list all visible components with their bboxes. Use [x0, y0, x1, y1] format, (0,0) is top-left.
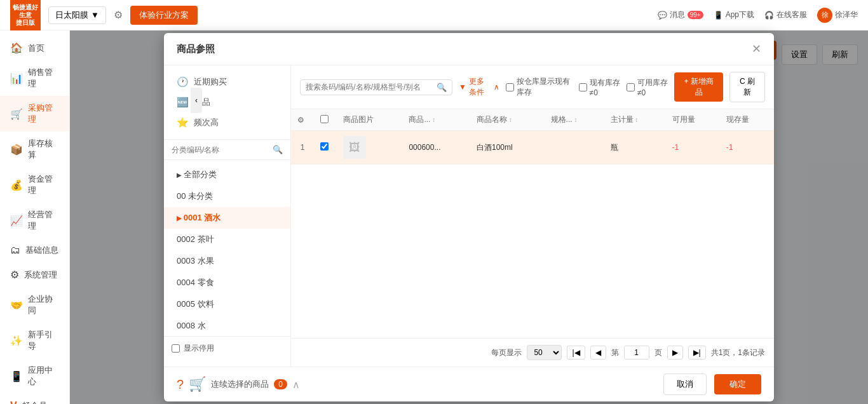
product-table-wrap: ⚙ 商品图片 商品... 商品名称 规格... 主计量 可用量 现存量 [291, 109, 774, 338]
finance-icon: 💰 [10, 179, 23, 191]
recent-icon: 🕐 [177, 76, 189, 88]
checkbox-available[interactable] [627, 83, 635, 91]
app-icon: 📱 [714, 11, 723, 20]
category-item-water[interactable]: 0008 水 [164, 315, 290, 336]
category-item-alcohol[interactable]: 0001 酒水 [164, 207, 290, 229]
home-icon: 🏠 [10, 42, 23, 54]
th-code[interactable]: 商品... [402, 109, 470, 131]
enterprise-icon: 🤝 [10, 299, 23, 311]
product-search-wrap: 🔍 [300, 79, 452, 95]
pagination-total: 共1页，1条记录 [711, 347, 765, 358]
collapse-left-icon: ‹ [195, 96, 198, 105]
sidebar-item-home[interactable]: 🏠 首页 [0, 36, 69, 60]
checkbox-warehouse-label[interactable]: 按仓库显示现有库存 [506, 76, 572, 98]
footer-collapse-button[interactable]: ∧ [292, 379, 300, 391]
shortcut-frequent[interactable]: ⭐ 频次高 [172, 112, 283, 133]
modal-overlay: 商品参照 ✕ 🕐 近期购买 🆕 [70, 30, 868, 404]
sidebar-item-basic-info[interactable]: 🗂 基础信息 [0, 238, 69, 262]
th-settings[interactable]: ⚙ [291, 109, 314, 131]
category-panel: 🕐 近期购买 🆕 新品 ⭐ 频次高 [164, 65, 291, 367]
sidebar-item-purchase[interactable]: 🛒 采购管理 [0, 96, 69, 131]
sales-icon: 📊 [10, 72, 23, 84]
sidebar-item-guide[interactable]: ✨ 新手引导 [0, 323, 69, 358]
checkbox-current-label[interactable]: 现有库存≠0 [579, 77, 620, 97]
category-item-tea[interactable]: 0002 茶叶 [164, 229, 290, 250]
modal-close-button[interactable]: ✕ [752, 42, 761, 56]
row-num: 1 [291, 131, 314, 165]
store-selector[interactable]: 日太阳膜 ▼ [48, 6, 106, 24]
app-download-nav[interactable]: 📱 App下载 [714, 10, 754, 20]
collapse-panel-button[interactable]: ‹ [191, 88, 202, 113]
row-image-cell: 🖼 [337, 131, 402, 165]
filter-icon: ▼ [459, 83, 466, 91]
show-disabled-label[interactable]: 显示停用 [184, 343, 214, 354]
sidebar-item-inventory[interactable]: 📦 库存核算 [0, 131, 69, 167]
per-page-select[interactable]: 50 10 20 100 [527, 345, 562, 360]
category-item-all[interactable]: 全部分类 [164, 164, 290, 185]
category-search-input[interactable] [172, 145, 269, 154]
message-icon: 💬 [658, 11, 667, 20]
category-item-fruit[interactable]: 0003 水果 [164, 250, 290, 272]
sidebar-item-sales[interactable]: 📊 销售管理 [0, 60, 69, 96]
th-unit[interactable]: 主计量 [604, 109, 666, 131]
top-icons: 💬 消息 99+ 📱 App下载 🎧 在线客服 徐 徐泽华 [658, 8, 858, 23]
gear-icon[interactable]: ⚙ [114, 9, 123, 21]
table-row[interactable]: 1 🖼 000600... 白酒100ml [291, 131, 774, 165]
sidebar-item-system[interactable]: ⚙ 系统管理 [0, 262, 69, 287]
checkbox-available-label[interactable]: 可用库存≠0 [627, 77, 668, 97]
category-item-snacks[interactable]: 0004 零食 [164, 272, 290, 293]
online-service-nav[interactable]: 🎧 在线客服 [764, 10, 807, 20]
row-checkbox-cell [314, 131, 337, 165]
sidebar-item-enterprise[interactable]: 🤝 企业协同 [0, 287, 69, 323]
checkbox-current[interactable] [579, 83, 587, 91]
page-next-button[interactable]: ▶ [667, 346, 683, 360]
cancel-button[interactable]: 取消 [663, 374, 707, 395]
page-unit-label: 页 [654, 347, 662, 358]
chevron-up-icon: ∧ [494, 83, 499, 91]
frequent-icon: ⭐ [177, 117, 189, 128]
sidebar-item-vip[interactable]: V 畅会员 [0, 394, 69, 404]
system-icon: ⚙ [10, 269, 19, 281]
page-first-button[interactable]: |◀ [567, 346, 585, 360]
product-reference-modal: 商品参照 ✕ 🕐 近期购买 🆕 [164, 33, 774, 401]
cart-icon[interactable]: 🛒 [189, 376, 206, 393]
refresh-product-button[interactable]: C 刷新 [729, 72, 765, 102]
shortcut-new[interactable]: 🆕 新品 [172, 92, 283, 112]
cart-label: 连续选择的商品 [211, 379, 269, 390]
add-product-button[interactable]: + 新增商品 [674, 72, 723, 102]
row-available: -1 [666, 131, 720, 165]
cart-count: 0 [274, 379, 287, 389]
show-disabled-area: 显示停用 [164, 336, 290, 360]
page-number-input[interactable] [624, 346, 649, 360]
sidebar-item-apps[interactable]: 📱 应用中心 [0, 358, 69, 394]
sidebar-item-finance[interactable]: 💰 资金管理 [0, 167, 69, 203]
th-name[interactable]: 商品名称 [470, 109, 545, 131]
filter-more-button[interactable]: ▼ 更多条件 ∧ [459, 76, 499, 98]
messages-nav[interactable]: 💬 消息 99+ [658, 10, 703, 20]
per-page-label: 每页显示 [491, 347, 522, 358]
trial-button[interactable]: 体验行业方案 [130, 6, 198, 25]
th-checkbox [314, 109, 337, 131]
show-disabled-checkbox[interactable] [172, 344, 180, 353]
product-search-input[interactable] [306, 83, 433, 91]
basic-info-icon: 🗂 [10, 245, 20, 256]
user-avatar[interactable]: 徐 徐泽华 [817, 8, 858, 23]
apps-icon: 📱 [10, 370, 23, 382]
sidebar-item-operations[interactable]: 📈 经营管理 [0, 203, 69, 238]
page-last-button[interactable]: ▶| [688, 346, 706, 360]
category-item-drinks[interactable]: 0005 饮料 [164, 293, 290, 315]
category-item-uncategorized[interactable]: 00 未分类 [164, 185, 290, 207]
shortcut-recent[interactable]: 🕐 近期购买 [172, 72, 283, 92]
confirm-button[interactable]: 确定 [714, 374, 761, 394]
product-search-icon[interactable]: 🔍 [437, 83, 447, 92]
guide-icon: ✨ [10, 335, 23, 347]
row-checkbox[interactable] [320, 142, 329, 151]
page-prev-button[interactable]: ◀ [590, 346, 606, 360]
help-icon[interactable]: ? [177, 377, 184, 392]
checkbox-warehouse[interactable] [506, 83, 514, 91]
th-spec[interactable]: 规格... [545, 109, 604, 131]
product-panel: 🔍 ▼ 更多条件 ∧ 按仓库显示现有库存 [291, 65, 774, 367]
select-all-checkbox[interactable] [320, 115, 329, 123]
th-image: 商品图片 [337, 109, 402, 131]
category-search-icon[interactable]: 🔍 [273, 145, 283, 154]
